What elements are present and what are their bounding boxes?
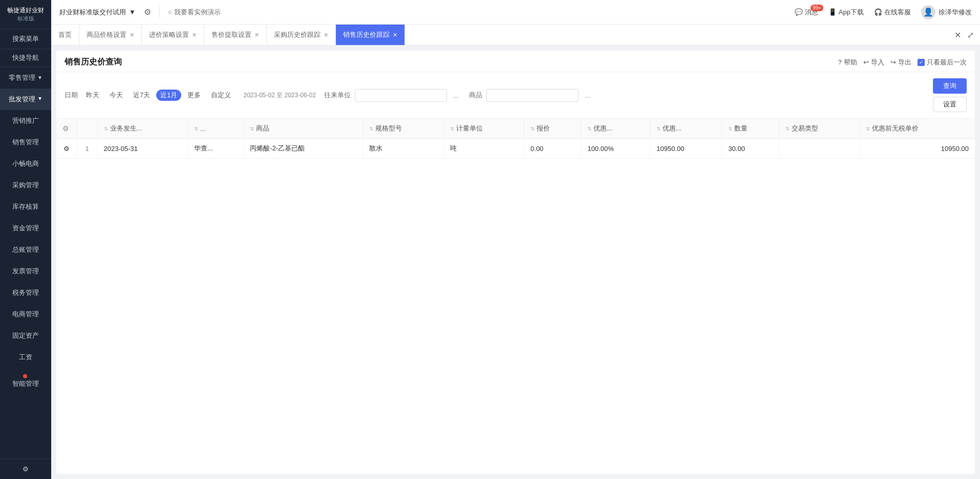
tab-purchase-strategy-label: 进价策略设置 [149,30,189,39]
sidebar-item-label: 零售管理 [9,73,35,82]
close-icon[interactable]: ✕ [254,32,259,38]
download-icon: 📱 [828,8,837,16]
col-quantity-sort-icon[interactable]: ⇅ [728,126,732,132]
col-more: ⇅ ... [187,119,243,139]
sidebar-item-tax[interactable]: 税务管理 [0,282,51,303]
settings-button[interactable]: 设置 [933,97,967,112]
tab-sales-history[interactable]: 销售历史价跟踪 ✕ [336,25,405,45]
col-spec: ⇅ 规格型号 [363,119,443,139]
sidebar-item-retail[interactable]: 零售管理 ▼ [0,67,51,89]
sidebar-item-invoice[interactable]: 发票管理 [0,260,51,282]
app-download-button[interactable]: 📱 App下载 [828,8,864,17]
row-gear[interactable]: ⚙ [56,139,77,159]
date-opt-custom[interactable]: 自定义 [207,90,235,101]
col-quantity-label: 数量 [734,124,748,133]
col-pre-tax-price-label: 优惠前无税单价 [872,124,919,133]
col-transaction-type: ⇅ 交易类型 [779,119,859,139]
sidebar-item-purchase[interactable]: 采购管理 [0,175,51,196]
close-icon[interactable]: ✕ [393,32,397,38]
topbar: 好业财标准版交付试用 ▼ ⚙ ○ 我要看实例演示 💬 消息 99+ 📱 App下… [51,0,980,25]
col-business-date-sort-icon[interactable]: ⇅ [104,126,108,132]
col-discount-amt: ⇅ 优惠... [650,119,722,139]
help-button[interactable]: ? 帮助 [838,58,857,67]
row-transaction-type [779,139,859,159]
tabs-bar: 首页 商品价格设置 ✕ 进价策略设置 ✕ 售价提取设置 ✕ 采购历史价跟踪 ✕ … [51,25,980,46]
col-quoted-price-sort-icon[interactable]: ⇅ [530,126,535,132]
col-quantity: ⇅ 数量 [722,119,779,139]
close-icon[interactable]: ✕ [324,32,328,38]
topbar-divider [159,6,160,18]
col-gear: ⚙ [56,119,77,139]
sidebar-settings-button[interactable]: ⚙ [0,459,51,479]
query-button[interactable]: 查询 [933,78,967,94]
sidebar-item-wholesale[interactable]: 批发管理 ▲ [0,89,51,110]
close-window-button[interactable]: ✕ [952,28,963,42]
from-unit-input[interactable] [355,89,447,102]
from-unit-more-button[interactable]: ... [451,90,461,101]
date-range-display: 2023-05-02 至 2023-06-02 [243,91,315,100]
tab-home[interactable]: 首页 [51,25,79,45]
sidebar-item-salary[interactable]: 工资 [0,346,51,368]
sidebar-search[interactable]: 搜索菜单 [0,29,51,49]
row-more: 华查... [187,139,243,159]
main-area: 好业财标准版交付试用 ▼ ⚙ ○ 我要看实例演示 💬 消息 99+ 📱 App下… [51,0,980,479]
sidebar-item-sales[interactable]: 销售管理 [0,132,51,153]
export-button[interactable]: ↪ 导出 [890,58,911,67]
close-icon[interactable]: ✕ [130,32,134,38]
sidebar-item-marketing[interactable]: 营销推广 [0,110,51,132]
col-transaction-type-sort-icon[interactable]: ⇅ [785,126,790,132]
date-opt-today[interactable]: 今天 [105,90,127,101]
tab-sale-price[interactable]: 售价提取设置 ✕ [204,25,267,45]
show-last-checkbox[interactable]: ✓ 只看最后一次 [918,58,967,67]
filter-bar: 日期 昨天 今天 近7天 近1月 更多 自定义 2023-05-02 至 202… [56,72,975,119]
col-unit-sort-icon[interactable]: ⇅ [450,126,454,132]
table-row[interactable]: ⚙ 1 2023-05-31 华查... 丙烯酸-2-乙基已酯 散水 吨 0.0… [56,139,975,159]
row-spec: 散水 [363,139,443,159]
product-input[interactable] [486,89,579,102]
row-seq: 1 [77,139,97,159]
headset-icon: 🎧 [874,8,882,16]
tab-purchase-history[interactable]: 采购历史价跟踪 ✕ [267,25,336,45]
maximize-button[interactable]: ⤢ [965,28,976,42]
sidebar-item-fixed-assets[interactable]: 固定资产 [0,325,51,346]
tab-purchase-strategy[interactable]: 进价策略设置 ✕ [142,25,204,45]
date-opt-7days[interactable]: 近7天 [129,90,154,101]
online-service-label: 在线客服 [884,8,911,17]
col-more-sort-icon[interactable]: ⇅ [194,126,198,132]
tab-home-label: 首页 [58,30,72,39]
workspace-selector[interactable]: 好业财标准版交付试用 ▼ [59,8,136,17]
row-business-date: 2023-05-31 [97,139,187,159]
col-spec-sort-icon[interactable]: ⇅ [369,126,373,132]
user-menu[interactable]: 👤 徐泽华修改 [921,5,972,19]
sidebar-item-finance[interactable]: 资金管理 [0,217,51,239]
sidebar-item-label: 智能管理 [12,379,39,388]
product-more-button[interactable]: ... [583,90,592,101]
col-spec-label: 规格型号 [375,124,402,133]
col-product-sort-icon[interactable]: ⇅ [250,126,254,132]
sidebar-item-smart[interactable]: 智能管理 [0,368,51,395]
col-pre-tax-price-sort-icon[interactable]: ⇅ [866,126,870,132]
tab-product-price[interactable]: 商品价格设置 ✕ [79,25,142,45]
demo-button[interactable]: ○ 我要看实例演示 [168,8,221,17]
sidebar: 畅捷通好业财 标准版 搜索菜单 快捷导航 零售管理 ▼ 批发管理 ▲ 营销推广 … [0,0,51,479]
online-service-button[interactable]: 🎧 在线客服 [874,8,911,17]
sidebar-item-ecommerce[interactable]: 电商管理 [0,303,51,325]
date-opt-more[interactable]: 更多 [183,90,205,101]
settings-gear-icon[interactable]: ⚙ [144,7,151,17]
col-pre-tax-price: ⇅ 优惠前无税单价 [860,119,975,139]
table-settings-icon[interactable]: ⚙ [62,124,69,133]
sidebar-item-ecommerce-small[interactable]: 小畅电商 [0,153,51,175]
close-icon[interactable]: ✕ [192,32,197,38]
date-opt-1month[interactable]: 近1月 [156,90,181,101]
messages-button[interactable]: 💬 消息 99+ [795,8,818,17]
date-opt-yesterday[interactable]: 昨天 [82,90,103,101]
col-discount-pct-sort-icon[interactable]: ⇅ [587,126,591,132]
sidebar-quick-nav[interactable]: 快捷导航 [0,49,51,67]
sidebar-item-ledger[interactable]: 总账管理 [0,239,51,260]
import-button[interactable]: ↩ 导入 [863,58,884,67]
page-title: 销售历史价查询 [65,57,122,68]
row-quoted-price: 0.00 [524,139,581,159]
sidebar-item-inventory[interactable]: 库存核算 [0,196,51,217]
col-discount-amt-sort-icon[interactable]: ⇅ [656,126,661,132]
product-label: 商品 [469,91,482,100]
